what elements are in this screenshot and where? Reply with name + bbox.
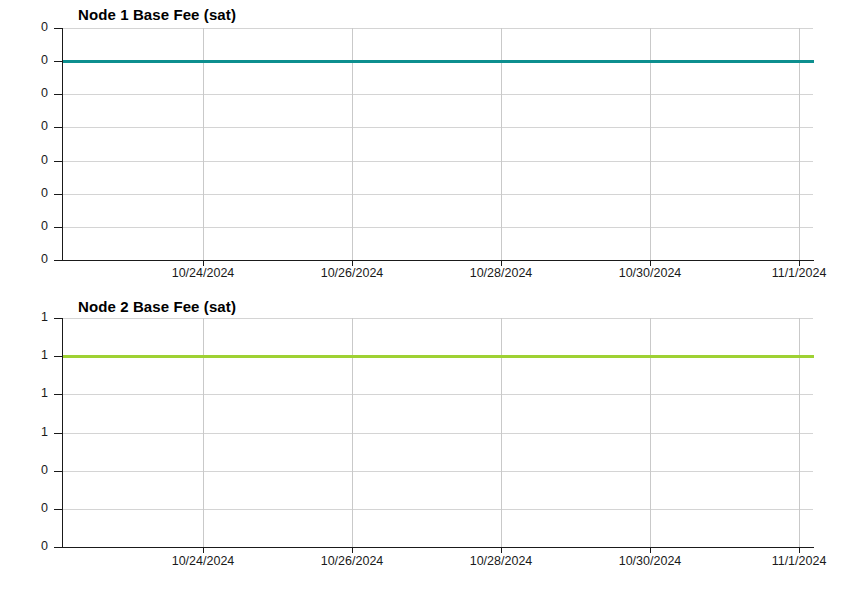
y-axis-tick-label: 1 xyxy=(8,425,48,440)
gridline-horizontal xyxy=(62,394,813,395)
y-axis-tick-label: 0 xyxy=(8,20,48,35)
gridline-horizontal xyxy=(62,94,813,95)
gridline-horizontal xyxy=(62,433,813,434)
x-axis-tick-label: 10/26/2024 xyxy=(297,554,407,569)
y-axis-tick xyxy=(54,509,62,510)
gridline-vertical xyxy=(352,318,353,547)
gridline-horizontal xyxy=(62,318,813,319)
y-axis-tick-label: 0 xyxy=(8,186,48,201)
x-axis-spine xyxy=(62,260,814,261)
gridline-horizontal xyxy=(62,227,813,228)
chart-title: Node 1 Base Fee (sat) xyxy=(78,6,236,23)
gridline-horizontal xyxy=(62,127,813,128)
gridline-vertical xyxy=(203,318,204,547)
y-axis-tick-label: 0 xyxy=(8,501,48,516)
y-axis-spine xyxy=(62,318,63,548)
x-axis-tick-label: 11/1/2024 xyxy=(744,266,854,281)
y-axis-tick-label: 0 xyxy=(8,463,48,478)
series-line-node-2-base-fee xyxy=(62,355,814,358)
x-axis-tick-label: 10/24/2024 xyxy=(148,554,258,569)
y-axis-tick xyxy=(54,318,62,319)
x-axis-tick-label: 10/28/2024 xyxy=(446,554,556,569)
y-axis-tick-label: 1 xyxy=(8,348,48,363)
y-axis-tick xyxy=(54,433,62,434)
charts-canvas: Node 1 Base Fee (sat) 0000000010/24/2024… xyxy=(0,0,860,600)
y-axis-tick-label: 0 xyxy=(8,86,48,101)
series-line-node-1-base-fee xyxy=(62,60,814,63)
y-axis-spine xyxy=(62,28,63,261)
gridline-horizontal xyxy=(62,161,813,162)
x-axis-tick-label: 10/30/2024 xyxy=(595,554,705,569)
y-axis-tick xyxy=(54,260,62,261)
y-axis-tick-label: 0 xyxy=(8,219,48,234)
y-axis-tick-label: 0 xyxy=(8,119,48,134)
y-axis-tick xyxy=(54,471,62,472)
x-axis-tick-label: 10/30/2024 xyxy=(595,266,705,281)
x-axis-spine xyxy=(62,547,814,548)
y-axis-tick xyxy=(54,94,62,95)
y-axis-tick-label: 1 xyxy=(8,310,48,325)
chart-title: Node 2 Base Fee (sat) xyxy=(78,298,236,315)
x-axis-tick-label: 11/1/2024 xyxy=(744,554,854,569)
y-axis-tick xyxy=(54,194,62,195)
x-axis-tick-label: 10/24/2024 xyxy=(148,266,258,281)
gridline-vertical xyxy=(650,318,651,547)
y-axis-tick-label: 0 xyxy=(8,153,48,168)
y-axis-tick-label: 1 xyxy=(8,386,48,401)
y-axis-tick xyxy=(54,227,62,228)
gridline-horizontal xyxy=(62,509,813,510)
y-axis-tick xyxy=(54,547,62,548)
y-axis-tick xyxy=(54,61,62,62)
y-axis-tick-label: 0 xyxy=(8,539,48,554)
y-axis-tick-label: 0 xyxy=(8,252,48,267)
y-axis-tick xyxy=(54,394,62,395)
y-axis-tick xyxy=(54,28,62,29)
gridline-horizontal xyxy=(62,471,813,472)
y-axis-tick-label: 0 xyxy=(8,53,48,68)
y-axis-tick xyxy=(54,356,62,357)
x-axis-tick-label: 10/26/2024 xyxy=(297,266,407,281)
gridline-horizontal xyxy=(62,194,813,195)
y-axis-tick xyxy=(54,127,62,128)
gridline-horizontal xyxy=(62,28,813,29)
x-axis-tick-label: 10/28/2024 xyxy=(446,266,556,281)
gridline-vertical xyxy=(501,318,502,547)
y-axis-tick xyxy=(54,161,62,162)
gridline-vertical xyxy=(799,318,800,547)
